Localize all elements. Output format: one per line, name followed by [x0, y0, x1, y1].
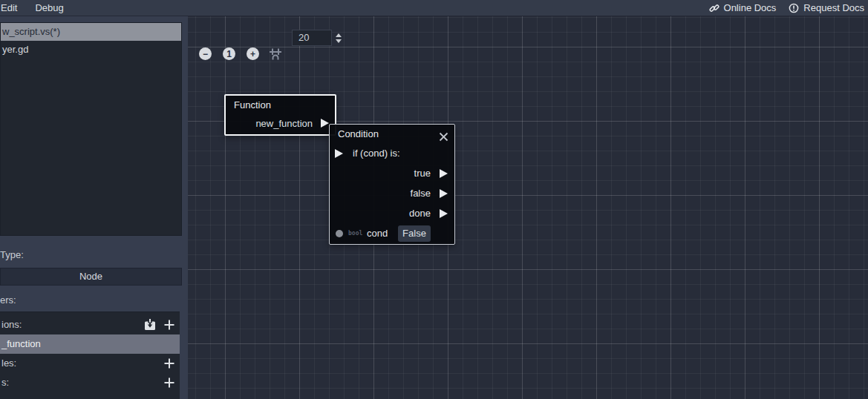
members-label: ers:: [0, 293, 16, 308]
link-icon: [708, 2, 720, 14]
condition-out-false-row: false: [330, 183, 454, 203]
add-function-icon[interactable]: [163, 319, 175, 331]
functions-label: ions:: [1, 319, 22, 330]
base-type-button[interactable]: Node: [0, 268, 182, 286]
function-output-label: new_function: [255, 118, 313, 129]
menu-right: Online Docs Request Docs: [708, 0, 868, 16]
tree-row-variables[interactable]: les:: [0, 354, 180, 373]
sequence-out-port[interactable]: [440, 169, 448, 178]
spin-down-icon[interactable]: [336, 39, 342, 43]
graph-canvas[interactable]: − 1 + 20 Function new_function: [188, 16, 868, 399]
report-icon: [788, 2, 800, 14]
menu-debug[interactable]: Debug: [26, 0, 72, 16]
add-signal-icon[interactable]: [163, 377, 175, 389]
request-docs-label: Request Docs: [803, 0, 864, 16]
zoom-in-button[interactable]: +: [247, 47, 259, 60]
tree-row-functions[interactable]: ions:: [0, 315, 180, 334]
graph-toolbar: − 1 + 20: [188, 16, 868, 46]
condition-node-header: Condition: [330, 125, 454, 143]
condition-out-true-row: true: [330, 163, 454, 183]
condition-node-title: Condition: [338, 128, 379, 139]
menu-left: Edit Debug: [0, 0, 73, 16]
spin-arrows-icon[interactable]: [335, 32, 342, 44]
functions-actions: [144, 315, 175, 334]
sequence-in-port[interactable]: [335, 149, 343, 158]
sequence-out-port[interactable]: [321, 119, 329, 128]
override-icon[interactable]: [144, 319, 156, 331]
script-item[interactable]: yer.gd: [1, 41, 181, 59]
signals-label: s:: [1, 377, 9, 388]
input-default-value-button[interactable]: False: [398, 225, 431, 242]
zoom-out-button[interactable]: −: [199, 47, 212, 60]
menu-edit[interactable]: Edit: [0, 0, 26, 16]
visual-script-editor: Edit Debug Online Docs: [0, 0, 868, 399]
snap-grid-icon[interactable]: [269, 47, 282, 61]
data-in-port[interactable]: [336, 230, 343, 237]
zoom-reset-button[interactable]: 1: [223, 47, 235, 60]
tree-row-signals[interactable]: s:: [0, 373, 180, 392]
request-docs-button[interactable]: Request Docs: [788, 0, 864, 16]
spin-up-icon[interactable]: [336, 33, 342, 37]
out-done-label: done: [409, 203, 431, 223]
add-variable-icon[interactable]: [163, 357, 175, 369]
condition-seq-in-label: if (cond) is:: [353, 148, 400, 159]
script-list: w_script.vs(*) yer.gd: [0, 22, 182, 236]
online-docs-button[interactable]: Online Docs: [708, 0, 777, 16]
function-output-row: new_function: [226, 115, 335, 131]
sequence-out-port[interactable]: [440, 189, 448, 198]
function-name-label: _function: [1, 338, 41, 349]
variables-actions: [163, 354, 175, 373]
condition-input-row: bool cond False: [330, 223, 454, 243]
out-false-label: false: [411, 183, 431, 203]
close-icon[interactable]: [439, 129, 448, 139]
sequence-wire: [188, 16, 868, 399]
sequence-out-port[interactable]: [440, 209, 448, 218]
out-true-label: true: [414, 163, 431, 183]
sidebar: w_script.vs(*) yer.gd Type: Node ers: io…: [0, 16, 188, 399]
menubar: Edit Debug Online Docs: [0, 0, 868, 16]
condition-seq-in-row: if (cond) is:: [330, 143, 454, 163]
script-item-active[interactable]: w_script.vs(*): [1, 23, 181, 41]
function-node[interactable]: Function new_function: [224, 94, 336, 136]
snap-value-input[interactable]: 20: [292, 30, 332, 46]
input-name-label: cond: [367, 223, 388, 243]
bool-type-icon: bool: [348, 223, 362, 243]
condition-node[interactable]: Condition if (cond) is: true false: [329, 124, 455, 245]
tree-row-new-function[interactable]: _function: [0, 334, 180, 354]
variables-label: les:: [1, 357, 16, 369]
condition-out-done-row: done: [330, 203, 454, 223]
base-type-label: Type:: [0, 248, 24, 263]
online-docs-label: Online Docs: [724, 0, 777, 16]
function-node-title: Function: [226, 96, 335, 111]
members-tree: ions:: [0, 311, 180, 399]
signals-actions: [163, 373, 175, 392]
